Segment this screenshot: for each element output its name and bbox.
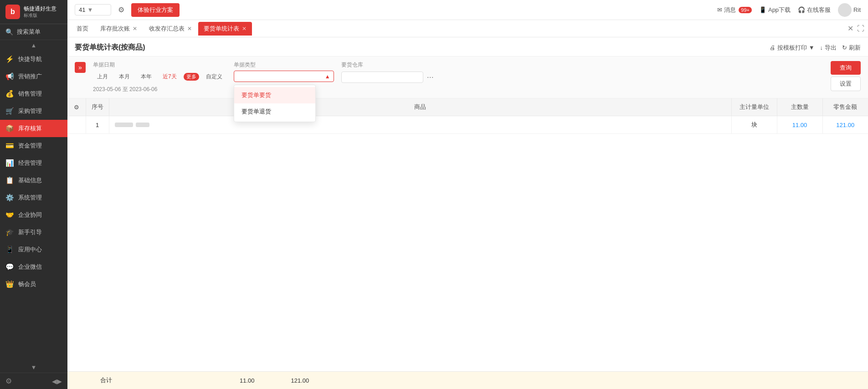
appstore-icon: 📱 [5,246,14,254]
row-qty-link[interactable]: 11.00 [792,122,807,128]
th-settings[interactable]: ⚙ [67,98,86,116]
warehouse-filter-label: 要货仓库 [341,61,436,69]
warehouse-filter-group: 要货仓库 ··· [341,61,436,84]
trial-btn[interactable]: 体验行业方案 [131,3,180,17]
row-no: 1 [86,116,109,134]
date-btn-last-month[interactable]: 上月 [93,71,112,83]
date-filter-controls: 上月 本月 本年 近7天 更多 自定义 [93,71,226,83]
tab-home-label: 首页 [77,25,88,33]
export-btn[interactable]: ↓ 导出 [820,44,837,52]
company-name: 41 [79,6,85,13]
row-amount-link[interactable]: 121.00 [836,122,854,128]
sidebar-item-guide[interactable]: 🎓 新手引导 [0,224,67,241]
settings-btn[interactable]: 设置 [831,77,861,91]
print-label: 按模板打印 [777,44,807,52]
guide-icon: 🎓 [5,228,14,236]
tab-order-summary-close[interactable]: ✕ [242,26,247,32]
tab-batch-close[interactable]: ✕ [133,26,137,32]
dropdown-item-order-return[interactable]: 要货单退货 [234,103,315,120]
tabs-close-btn[interactable]: ✕ [847,24,853,33]
search-menu[interactable]: 🔍 搜索菜单 [0,24,67,40]
print-btn[interactable]: 🖨 按模板打印 ▼ [770,44,815,52]
online-service-btn[interactable]: 🎧 在线客服 [798,6,831,14]
sidebar-item-marketing[interactable]: 📢 营销推广 [0,68,67,85]
date-btn-this-year[interactable]: 本年 [137,71,156,83]
sidebar-item-enterprise[interactable]: 🤝 企业协同 [0,206,67,224]
sidebar-item-appstore[interactable]: 📱 应用中心 [0,241,67,258]
type-filter-wrap: ▲ [234,71,334,82]
product-bar1 [115,123,133,127]
app-download-btn[interactable]: 📱 App下载 [759,6,791,14]
type-filter-label: 单据类型 [234,61,334,69]
date-filter-group: 单据日期 上月 本月 本年 近7天 更多 自定义 2023-05-06 至 20… [93,61,226,93]
tabs-bar: 首页 库存批次账 ✕ 收发存汇总表 ✕ 要货单统计表 ✕ ✕ ⛶ [67,20,868,37]
date-more-badge: 更多 [184,73,199,81]
operations-icon: 📊 [5,159,14,167]
filter-expand-btn[interactable]: » [75,62,86,73]
tabs-expand-btn[interactable]: ⛶ [857,25,864,33]
topbar-left: 41 ▼ ⚙ 体验行业方案 [75,3,717,17]
user-name: Rit [853,6,861,13]
messages-btn[interactable]: ✉ 消息 99+ [717,6,752,14]
row-checkbox-cell [67,116,86,134]
sidebar-item-purchase[interactable]: 🛒 采购管理 [0,102,67,120]
app-download-label: App下载 [768,6,791,14]
sidebar-item-member[interactable]: 👑 畅会员 [0,276,67,293]
sidebar-item-basic[interactable]: 📋 基础信息 [0,172,67,189]
th-product: 商品 [109,98,731,116]
topbar-settings-btn[interactable]: ⚙ [115,4,128,16]
collapse-btn[interactable]: ◀▶ [52,378,62,385]
summary-qty: 11.00 [240,377,255,384]
page-title: 要货单统计表(按商品) [75,43,145,52]
scroll-down-btn[interactable]: ▼ [0,362,67,373]
member-icon: 👑 [5,280,14,288]
finance-icon: 💳 [5,142,14,150]
refresh-label: 刷新 [849,44,861,52]
tab-order-summary[interactable]: 要货单统计表 ✕ [198,22,252,36]
search-icon: 🔍 [5,28,13,36]
basic-icon: 📋 [5,176,14,184]
tab-summary[interactable]: 收发存汇总表 ✕ [144,22,197,36]
date-btn-custom[interactable]: 自定义 [202,71,226,83]
sidebar-item-system[interactable]: ⚙️ 系统管理 [0,189,67,206]
tab-summary-close[interactable]: ✕ [187,26,192,32]
sidebar-item-quick-nav[interactable]: ⚡ 快捷导航 [0,51,67,68]
sidebar-nav: ⚡ 快捷导航 📢 营销推广 💰 销售管理 🛒 采购管理 📦 库存核算 💳 资金管… [0,51,67,362]
product-bar2 [136,123,149,127]
sidebar-item-finance[interactable]: 💳 资金管理 [0,137,67,154]
refresh-btn[interactable]: ↻ 刷新 [842,44,861,52]
tab-summary-label: 收发存汇总表 [149,25,185,33]
warehouse-more-btn[interactable]: ··· [425,71,436,84]
date-btn-this-month[interactable]: 本月 [115,71,134,83]
sidebar-item-weixin[interactable]: 💬 企业微信 [0,258,67,276]
dropdown-item-order-goods[interactable]: 要货单要货 [234,87,315,103]
row-amount: 121.00 [822,116,868,134]
sidebar-item-inventory[interactable]: 📦 库存核算 [0,120,67,137]
tab-batch-label: 库存批次账 [100,25,130,33]
query-btn[interactable]: 查询 [831,61,861,75]
summary-row: 合计 11.00 121.00 [67,371,868,389]
settings-icon[interactable]: ⚙ [5,377,12,385]
type-filter-input[interactable] [234,71,334,82]
sidebar-item-operations[interactable]: 📊 经营管理 [0,154,67,172]
scroll-up-btn[interactable]: ▲ [0,40,67,51]
warehouse-filter-input[interactable] [341,72,423,83]
company-select[interactable]: 41 ▼ [75,4,111,15]
topbar: 41 ▼ ⚙ 体验行业方案 ✉ 消息 99+ 📱 App下载 🎧 在线客服 R [67,0,868,20]
summary-values: 11.00 121.00 [240,377,309,384]
user-avatar-area[interactable]: Rit [838,3,861,17]
sales-icon: 💰 [5,90,14,98]
logo: b 畅捷通好生意 标准版 [0,0,67,24]
date-range-text: 2023-05-06 至 2023-06-06 [93,86,226,93]
logo-name: 畅捷通好生意 [24,5,56,13]
sidebar-item-sales[interactable]: 💰 销售管理 [0,85,67,102]
system-icon: ⚙️ [5,194,14,202]
sidebar-bottom: ⚙ ◀▶ [0,373,67,389]
tab-home[interactable]: 首页 [71,22,94,36]
tab-batch[interactable]: 库存批次账 ✕ [95,22,143,36]
messages-label: 消息 [724,6,736,14]
date-btn-7days[interactable]: 近7天 [159,71,181,83]
main-area: 41 ▼ ⚙ 体验行业方案 ✉ 消息 99+ 📱 App下载 🎧 在线客服 R [67,0,868,389]
content-area: 要货单统计表(按商品) 🖨 按模板打印 ▼ ↓ 导出 ↻ 刷新 » [67,37,868,389]
page-header: 要货单统计表(按商品) 🖨 按模板打印 ▼ ↓ 导出 ↻ 刷新 [67,37,868,56]
